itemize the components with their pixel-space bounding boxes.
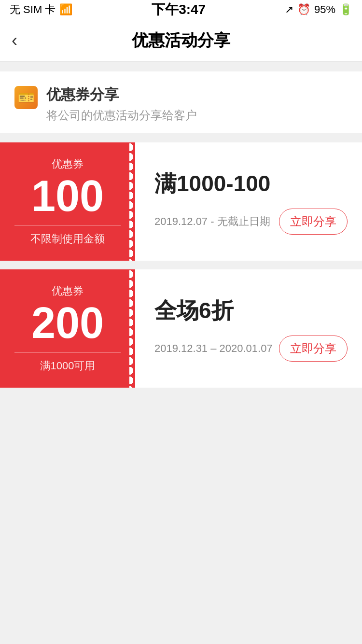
nav-bar: ‹ 优惠活动分享 bbox=[0, 19, 362, 62]
coupon-card-2: 优惠券 200 满1000可用 全场6折 2019.12.31 – 2020.0… bbox=[0, 269, 362, 388]
carrier-text: 无 SIM 卡 bbox=[10, 2, 56, 17]
coupon-meta-1: 2019.12.07 - 无截止日期 立即分享 bbox=[154, 209, 348, 235]
coupon-condition-2: 满1000可用 bbox=[40, 359, 96, 373]
section-title: 优惠券分享 bbox=[46, 85, 197, 105]
share-button-1[interactable]: 立即分享 bbox=[279, 209, 348, 235]
status-bar: 无 SIM 卡 📶 下午3:47 ↗ ⏰ 95% 🔋 bbox=[0, 0, 362, 19]
coupon-title-1: 满1000-100 bbox=[154, 169, 348, 199]
share-button-2[interactable]: 立即分享 bbox=[279, 336, 348, 362]
section-icon-wrapper: 🎫 bbox=[14, 85, 39, 110]
coupon-amount-2: 200 bbox=[31, 301, 104, 345]
coupon-right-1: 满1000-100 2019.12.07 - 无截止日期 立即分享 bbox=[135, 142, 362, 261]
section-text: 优惠券分享 将公司的优惠活动分享给客户 bbox=[46, 85, 197, 123]
wifi-icon: 📶 bbox=[59, 3, 72, 16]
gray-area bbox=[0, 397, 362, 644]
location-icon: ↗ bbox=[285, 3, 293, 16]
coupon-right-2: 全场6折 2019.12.31 – 2020.01.07 立即分享 bbox=[135, 269, 362, 388]
coupon-left-2: 优惠券 200 满1000可用 bbox=[0, 269, 135, 388]
coupon-date-1: 2019.12.07 - 无截止日期 bbox=[154, 214, 273, 229]
coupon-label-1: 优惠券 bbox=[52, 157, 84, 171]
coupon-date-2: 2019.12.31 – 2020.01.07 bbox=[154, 342, 273, 355]
status-time: 下午3:47 bbox=[152, 0, 206, 19]
page-title: 优惠活动分享 bbox=[132, 29, 230, 52]
coupons-container: 优惠券 100 不限制使用金额 满1000-100 2019.12.07 - 无… bbox=[0, 133, 362, 397]
coupon-title-2: 全场6折 bbox=[154, 296, 348, 326]
section-header: 🎫 优惠券分享 将公司的优惠活动分享给客户 bbox=[0, 71, 362, 133]
coupon-divider-2 bbox=[14, 352, 121, 353]
section-subtitle: 将公司的优惠活动分享给客户 bbox=[46, 108, 197, 123]
coupon-gift-icon: 🎫 bbox=[14, 86, 38, 109]
coupon-divider-1 bbox=[14, 225, 121, 226]
alarm-icon: ⏰ bbox=[297, 3, 310, 16]
coupon-meta-2: 2019.12.31 – 2020.01.07 立即分享 bbox=[154, 336, 348, 362]
coupon-label-2: 优惠券 bbox=[52, 284, 84, 298]
status-left: 无 SIM 卡 📶 bbox=[10, 2, 72, 17]
status-right: ↗ ⏰ 95% 🔋 bbox=[285, 3, 352, 16]
battery-icon: 🔋 bbox=[339, 3, 352, 16]
back-button[interactable]: ‹ bbox=[12, 30, 17, 51]
coupon-left-1: 优惠券 100 不限制使用金额 bbox=[0, 142, 135, 261]
coupon-amount-1: 100 bbox=[31, 174, 104, 218]
coupon-card-1: 优惠券 100 不限制使用金额 满1000-100 2019.12.07 - 无… bbox=[0, 142, 362, 261]
coupon-condition-1: 不限制使用金额 bbox=[30, 232, 105, 246]
battery-text: 95% bbox=[314, 3, 335, 16]
